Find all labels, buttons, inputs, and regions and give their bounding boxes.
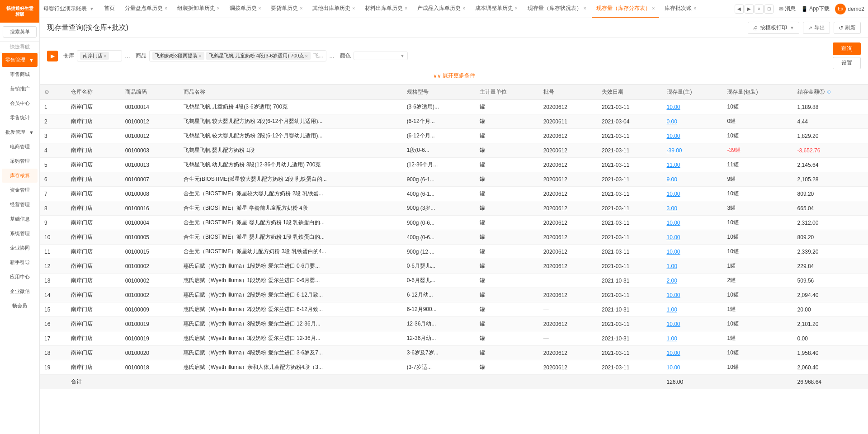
cell-qty-main[interactable]: 10.00	[662, 245, 723, 259]
close-icon[interactable]: ×	[352, 6, 355, 11]
cell-spec: (3-7岁适...	[402, 360, 475, 375]
tab-inventory-status[interactable]: 现存量（库存状况表） ×	[523, 0, 591, 18]
table-row: 9 南岸门店 00100004 合生元（BIOSTIME）派星 婴儿配方奶粉 1…	[40, 216, 868, 230]
tab-warehouse-batch[interactable]: 库存批次账 ×	[660, 0, 701, 18]
sidebar-item-ecommerce[interactable]: 电商管理	[2, 140, 38, 154]
expand-more-btn[interactable]: ∨∨ 展开更多条件	[433, 72, 475, 80]
cell-qty-main[interactable]: 10.00	[662, 100, 723, 114]
settings-button[interactable]: 设置	[833, 57, 861, 69]
refresh-btn[interactable]: ↺ 刷新	[834, 22, 861, 34]
cell-qty-main[interactable]: 1.00	[662, 259, 723, 274]
cell-qty-main[interactable]: 2.00	[662, 274, 723, 288]
tab-home[interactable]: 首页	[99, 0, 119, 18]
tab-other-outbound[interactable]: 其他出库单历史 ×	[308, 0, 359, 18]
cell-qty-main[interactable]: 10.00	[662, 317, 723, 331]
remove-warehouse-tag[interactable]: ×	[104, 53, 106, 59]
cell-qty-pkg: -39罐	[722, 143, 793, 158]
more-tabs-btn[interactable]: ⊡	[764, 5, 774, 14]
user-avatar[interactable]: Ea demo2	[835, 4, 864, 14]
close-icon[interactable]: ×	[693, 6, 696, 11]
close-icon[interactable]: ×	[300, 6, 302, 11]
close-tab-btn[interactable]: ×	[755, 5, 764, 14]
sidebar-item-purchase[interactable]: 采购管理	[2, 154, 38, 168]
warehouse-more-icon[interactable]: …	[125, 53, 130, 59]
sidebar-item-guide[interactable]: 新手引导	[2, 255, 38, 269]
print-btn[interactable]: 🖨 按模板打印 ▼	[748, 22, 799, 34]
product-filter-input[interactable]: 飞鹤奶粉3段两提装 × 飞鹤星飞帆 儿童奶粉 4段(3-6岁适用) 700克 ×…	[149, 50, 326, 61]
close-icon[interactable]: ×	[652, 6, 655, 11]
tab-disassemble-history[interactable]: 组装拆卸单历史 ×	[173, 0, 224, 18]
sidebar-item-retail[interactable]: 零售管理 ▼	[2, 53, 38, 67]
cell-spec: 3-6岁及7岁...	[402, 346, 475, 360]
tab-inventory-dist[interactable]: 现存量（库存分布表） ×	[592, 0, 660, 18]
cell-qty-main[interactable]: 10.00	[662, 346, 723, 360]
search-btn[interactable]: 搜索英单	[3, 26, 37, 38]
remove-product-tag-2[interactable]: ×	[305, 53, 307, 59]
cell-batch: 20200612	[539, 129, 597, 143]
cell-name: 惠氏启赋（Wyeth illuma）1段奶粉 爱尔兰进口 0-6月婴...	[179, 259, 402, 274]
color-filter-input[interactable]: ▼	[354, 52, 408, 60]
cell-qty-main[interactable]: 1.00	[662, 331, 723, 346]
tab-cost-adjust[interactable]: 成本调整单历史 ×	[471, 0, 522, 18]
warehouse-filter-group: 仓库 南岸门店 × …	[63, 50, 130, 61]
tab-transfer-history[interactable]: 调拨单历史 ×	[225, 0, 266, 18]
query-button[interactable]: 查询	[833, 42, 861, 55]
sidebar-item-finance[interactable]: 资金管理	[2, 183, 38, 197]
tab-material-outbound[interactable]: 材料出库单历史 ×	[360, 0, 412, 18]
next-tab-btn[interactable]: ▶	[745, 5, 754, 14]
amount-info-icon[interactable]: ①	[827, 90, 831, 94]
color-dropdown-icon[interactable]: ▼	[400, 53, 405, 58]
cell-qty-main[interactable]: 10.00	[662, 360, 723, 375]
cell-qty-main[interactable]: 10.00	[662, 216, 723, 230]
close-icon[interactable]: ×	[462, 6, 465, 11]
product-more-icon[interactable]: …	[329, 53, 335, 59]
cell-code: 00100002	[121, 274, 179, 288]
warehouse-filter-input[interactable]: 南岸门店 ×	[77, 50, 122, 61]
sidebar-item-app-center[interactable]: 应用中心	[2, 270, 38, 284]
app-download-btn[interactable]: 📱 App下载	[801, 5, 830, 13]
close-icon[interactable]: ×	[584, 6, 586, 11]
sidebar-item-wholesale[interactable]: 批发管理 ▼	[2, 125, 38, 139]
cell-amount: 1,829.20	[793, 129, 868, 143]
tab-split-inventory[interactable]: 分量盘点单历史 ×	[120, 0, 172, 18]
sidebar-item-retail-stats[interactable]: 零售统计	[2, 111, 38, 125]
page-title: 现存量查询(按仓库+批次)	[47, 23, 128, 33]
sidebar-item-inventory[interactable]: 库存核算	[2, 169, 38, 183]
cell-qty-main[interactable]: 3.00	[662, 201, 723, 216]
sidebar-item-member[interactable]: 会员中心	[2, 96, 38, 110]
sidebar-item-basic[interactable]: 基础信息	[2, 212, 38, 226]
sidebar-item-operation[interactable]: 经营管理	[2, 198, 38, 212]
tab-requisition-history[interactable]: 要货单历史 ×	[266, 0, 307, 18]
print-dropdown-icon[interactable]: ▼	[790, 25, 794, 30]
cell-qty-main[interactable]: 0.00	[662, 114, 723, 129]
filter-expand-btn[interactable]: ▶	[47, 51, 58, 61]
prev-tab-btn[interactable]: ◀	[735, 5, 744, 14]
sidebar-item-enterprise-wechat[interactable]: 企业微信	[2, 284, 38, 298]
close-icon[interactable]: ×	[259, 6, 261, 11]
sidebar-item-vip[interactable]: 畅会员	[2, 299, 38, 313]
account-dropdown-arrow[interactable]: ▼	[90, 6, 94, 11]
cell-qty-main[interactable]: 9.00	[662, 172, 723, 187]
sidebar-item-enterprise[interactable]: 企业协同	[2, 241, 38, 255]
cell-qty-main[interactable]: 10.00	[662, 129, 723, 143]
cell-qty-main[interactable]: -39.00	[662, 143, 723, 158]
sidebar-item-retail-mall[interactable]: 零售商城	[2, 67, 38, 81]
cell-qty-main[interactable]: 10.00	[662, 187, 723, 201]
close-icon[interactable]: ×	[165, 6, 167, 11]
tab-product-inbound[interactable]: 产成品入库单历史 ×	[413, 0, 470, 18]
sidebar-item-marketing[interactable]: 营销推广	[2, 82, 38, 96]
close-icon[interactable]: ×	[515, 6, 518, 11]
close-icon[interactable]: ×	[405, 6, 407, 11]
cell-qty-main[interactable]: 10.00	[662, 288, 723, 302]
close-icon[interactable]: ×	[217, 6, 220, 11]
export-btn[interactable]: ↗ 导出	[803, 22, 830, 34]
cell-qty-main[interactable]: 1.00	[662, 302, 723, 317]
cell-qty-main[interactable]: 10.00	[662, 230, 723, 245]
settings-icon[interactable]: ⚙	[44, 89, 49, 95]
message-btn[interactable]: ✉ 消息	[779, 5, 796, 13]
table-row: 17 南岸门店 00100019 惠氏启赋（Wyeth illuma）3段奶粉 …	[40, 331, 868, 346]
footer-empty-1	[40, 375, 66, 389]
sidebar-item-system[interactable]: 系统管理	[2, 226, 38, 241]
cell-qty-main[interactable]: 11.00	[662, 158, 723, 172]
remove-product-tag-1[interactable]: ×	[198, 53, 201, 59]
